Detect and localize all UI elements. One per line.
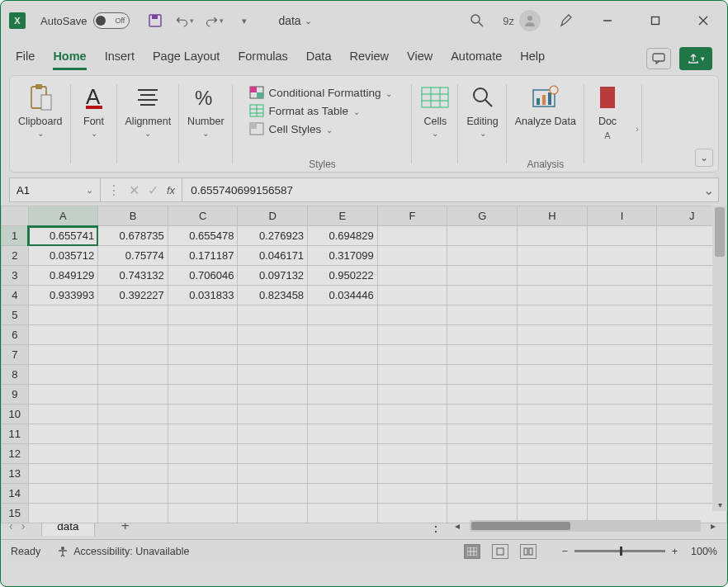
cell-F13[interactable] [377,464,447,484]
editing-group[interactable]: Editing ⌄ [458,76,506,172]
cell-E11[interactable] [308,424,378,444]
hscroll-thumb[interactable] [471,522,570,530]
formula-input[interactable]: 0.655740699156587 [182,178,698,201]
cell-C13[interactable] [168,464,238,484]
cell-A1[interactable]: 0.655741 [28,226,98,246]
col-header-B[interactable]: B [98,206,168,226]
cell-A3[interactable]: 0.849129 [28,266,98,286]
format-as-table-button[interactable]: Format as Table ⌄ [249,104,393,117]
cell-H14[interactable] [518,484,588,504]
cell-I4[interactable] [587,286,657,305]
cell-E5[interactable] [308,305,378,325]
cell-D2[interactable]: 0.046171 [238,246,308,266]
cell-F3[interactable] [377,266,447,286]
tab-file[interactable]: File [16,50,35,70]
zoom-in-button[interactable]: + [672,546,678,557]
zoom-slider[interactable] [574,550,665,552]
cell-H2[interactable] [518,246,588,266]
vertical-scrollbar[interactable]: ▴ ▾ [712,206,727,511]
row-header-4[interactable]: 4 [2,286,29,305]
cell-G14[interactable] [447,484,518,504]
row-header-2[interactable]: 2 [2,246,29,266]
row-header-1[interactable]: 1 [2,226,29,246]
cell-C3[interactable]: 0.706046 [168,266,238,286]
cell-F12[interactable] [377,444,447,464]
cell-G8[interactable] [447,365,518,385]
cell-G3[interactable] [447,266,518,286]
zoom-control[interactable]: − + 100% [561,546,717,557]
row-header-7[interactable]: 7 [2,345,29,365]
cell-H7[interactable] [518,345,588,365]
collapse-ribbon-button[interactable]: ⌄ [695,149,713,167]
document-name[interactable]: data ⌄ [278,14,311,27]
cell-A5[interactable] [28,305,98,325]
comments-button[interactable] [646,48,671,69]
cell-A10[interactable] [28,405,98,424]
cell-C5[interactable] [168,305,238,325]
cell-I10[interactable] [587,405,657,424]
row-header-15[interactable]: 15 [2,504,29,523]
cell-I11[interactable] [587,424,657,444]
cell-F4[interactable] [377,286,447,305]
col-header-A[interactable]: A [28,206,98,226]
cell-G5[interactable] [447,305,518,325]
cell-H3[interactable] [518,266,588,286]
cell-G6[interactable] [447,325,518,345]
cell-E9[interactable] [308,385,378,405]
cell-A7[interactable] [28,345,98,365]
cell-B9[interactable] [98,385,168,405]
cell-G10[interactable] [447,405,518,424]
cell-B8[interactable] [98,365,168,385]
cell-E2[interactable]: 0.317099 [308,246,378,266]
zoom-thumb[interactable] [620,547,622,556]
cell-E6[interactable] [308,325,378,345]
cell-C4[interactable]: 0.031833 [168,286,238,305]
page-layout-view-button[interactable] [492,544,508,559]
page-break-view-button[interactable] [520,544,537,559]
select-all-corner[interactable] [2,206,29,226]
cell-A12[interactable] [28,444,98,464]
cell-C14[interactable] [168,484,238,504]
cell-D10[interactable] [238,405,308,424]
close-button[interactable] [688,9,719,32]
tab-page-layout[interactable]: Page Layout [153,50,220,70]
cell-F10[interactable] [377,405,447,424]
cell-F2[interactable] [377,246,447,266]
tab-review[interactable]: Review [349,50,389,70]
autosave-toggle[interactable]: Off [93,12,130,29]
cell-H4[interactable] [518,286,588,305]
cell-E12[interactable] [308,444,378,464]
cell-I2[interactable] [587,246,657,266]
cell-C10[interactable] [168,405,238,424]
row-header-5[interactable]: 5 [2,305,29,325]
col-header-H[interactable]: H [518,206,588,226]
cell-F11[interactable] [377,424,447,444]
col-header-G[interactable]: G [447,206,518,226]
cell-F14[interactable] [377,484,447,504]
cell-B15[interactable] [98,504,168,523]
cell-E4[interactable]: 0.034446 [308,286,378,305]
cell-F15[interactable] [377,504,447,523]
tab-help[interactable]: Help [520,50,545,70]
redo-icon[interactable]: ▾ [206,12,224,30]
cell-B2[interactable]: 0.75774 [98,246,168,266]
cell-D9[interactable] [238,385,308,405]
cell-H10[interactable] [518,405,588,424]
cell-C12[interactable] [168,444,238,464]
col-header-I[interactable]: I [587,206,657,226]
cell-H12[interactable] [518,444,588,464]
tab-insert[interactable]: Insert [105,50,135,70]
cell-H11[interactable] [518,424,588,444]
cell-G2[interactable] [447,246,518,266]
cell-I8[interactable] [587,365,657,385]
cell-C7[interactable] [168,345,238,365]
cell-F9[interactable] [377,385,447,405]
cell-G12[interactable] [447,444,518,464]
cell-H13[interactable] [518,464,588,484]
cell-F1[interactable] [377,226,447,246]
maximize-button[interactable] [640,9,671,32]
name-box[interactable]: A1 ⌄ [10,178,101,201]
cell-A4[interactable]: 0.933993 [28,286,98,305]
cell-B13[interactable] [98,464,168,484]
cell-G9[interactable] [447,385,518,405]
